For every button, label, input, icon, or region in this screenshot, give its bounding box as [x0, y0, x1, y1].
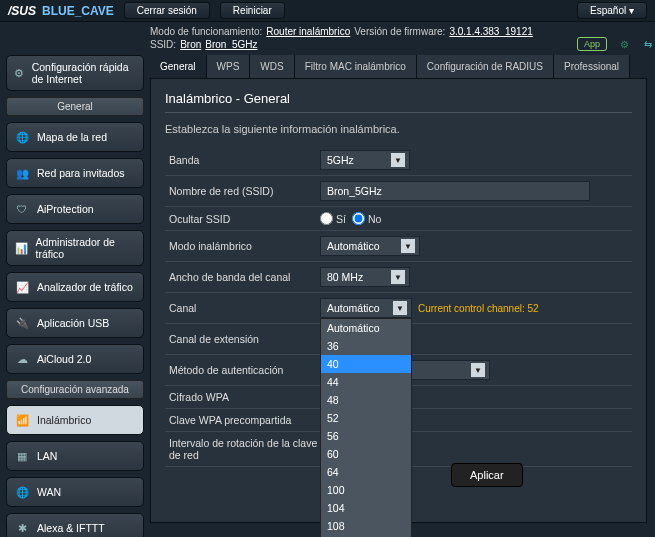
reboot-button[interactable]: Reiniciar [220, 2, 285, 19]
alexa-icon: ✱ [13, 519, 31, 537]
auth-label: Método de autenticación [165, 364, 320, 376]
mode-label: Modo inalámbrico [165, 240, 320, 252]
channel-select[interactable]: Automático▼ [320, 298, 412, 318]
page-title: Inalámbrico - General [165, 91, 632, 113]
people-icon: 👥 [13, 164, 31, 182]
mode-label: Modo de funcionamiento: [150, 26, 262, 37]
hide-no-radio[interactable]: No [352, 212, 381, 225]
chevron-down-icon: ▼ [401, 239, 415, 253]
tab-general[interactable]: General [150, 55, 207, 78]
wpa-enc-label: Cifrado WPA [165, 391, 320, 403]
sidebar-wireless[interactable]: 📶Inalámbrico [6, 405, 144, 435]
page-subtitle: Establezca la siguiente información inal… [165, 123, 632, 135]
meter-icon: 📊 [13, 239, 29, 257]
shield-icon: 🛡 [13, 200, 31, 218]
ssid-input[interactable] [320, 181, 590, 201]
lan-icon: ▦ [13, 447, 31, 465]
brand-logo: /SUS [8, 4, 36, 18]
mode-value[interactable]: Router inalámbrico [266, 26, 350, 37]
chevron-down-icon: ▼ [393, 301, 407, 315]
bandwidth-select[interactable]: 80 MHz▼ [320, 267, 410, 287]
language-button[interactable]: Español ▾ [577, 2, 647, 19]
tab-professional[interactable]: Professional [554, 55, 630, 78]
apply-button[interactable]: Aplicar [451, 463, 523, 487]
cloud-icon: ☁ [13, 350, 31, 368]
channel-dropdown[interactable]: Automático3640444852566064100104108112 [320, 318, 412, 537]
connection-icon[interactable]: ⇆ [641, 37, 655, 51]
logout-button[interactable]: Cerrar sesión [124, 2, 210, 19]
channel-option[interactable]: 56 [321, 427, 411, 445]
channel-hint: Current control channel: 52 [418, 303, 539, 314]
tab-wps[interactable]: WPS [207, 55, 251, 78]
channel-option[interactable]: 60 [321, 445, 411, 463]
sidebar-quick-setup[interactable]: ⚙ Configuración rápida de Internet [6, 55, 144, 91]
model-name: BLUE_CAVE [42, 4, 114, 18]
sidebar-advanced-head: Configuración avanzada [6, 380, 144, 399]
fw-value[interactable]: 3.0.1.4.383_19121 [449, 26, 532, 37]
psk-label: Clave WPA precompartida [165, 414, 320, 426]
sidebar-usb-app[interactable]: 🔌Aplicación USB [6, 308, 144, 338]
fw-label: Versión de firmware: [354, 26, 445, 37]
sidebar-wan[interactable]: 🌐WAN [6, 477, 144, 507]
sidebar-network-map[interactable]: 🌐Mapa de la red [6, 122, 144, 152]
channel-option[interactable]: 40 [321, 355, 411, 373]
channel-option[interactable]: 48 [321, 391, 411, 409]
tab-radius[interactable]: Configuración de RADIUS [417, 55, 554, 78]
chevron-down-icon: ▼ [471, 363, 485, 377]
band-select[interactable]: 5GHz▼ [320, 150, 410, 170]
ext-channel-label: Canal de extensión [165, 333, 320, 345]
usb-icon: 🔌 [13, 314, 31, 332]
mode-select[interactable]: Automático▼ [320, 236, 420, 256]
hide-ssid-label: Ocultar SSID [165, 213, 320, 225]
sidebar-traffic-analyzer[interactable]: 📈Analizador de tráfico [6, 272, 144, 302]
channel-option[interactable]: 36 [321, 337, 411, 355]
channel-label: Canal [165, 302, 320, 314]
app-badge[interactable]: App [577, 37, 607, 51]
channel-option[interactable]: 100 [321, 481, 411, 499]
tab-wds[interactable]: WDS [250, 55, 294, 78]
channel-option[interactable]: 52 [321, 409, 411, 427]
chart-icon: 📈 [13, 278, 31, 296]
ssid1-value[interactable]: Bron [180, 39, 201, 50]
sidebar-guest-network[interactable]: 👥Red para invitados [6, 158, 144, 188]
globe-icon: 🌐 [13, 128, 31, 146]
usb-icon[interactable]: ⚙ [617, 37, 631, 51]
chevron-down-icon: ▼ [391, 153, 405, 167]
channel-option[interactable]: Automático [321, 319, 411, 337]
channel-option[interactable]: 104 [321, 499, 411, 517]
wan-icon: 🌐 [13, 483, 31, 501]
key-rotation-label: Intervalo de rotación de la clave de red [165, 437, 320, 461]
sidebar-general-head: General [6, 97, 144, 116]
channel-option[interactable]: 44 [321, 373, 411, 391]
bandwidth-label: Ancho de banda del canal [165, 271, 320, 283]
hide-yes-radio[interactable]: Sí [320, 212, 346, 225]
channel-option[interactable]: 64 [321, 463, 411, 481]
sidebar-lan[interactable]: ▦LAN [6, 441, 144, 471]
sidebar-aiprotection[interactable]: 🛡AiProtection [6, 194, 144, 224]
sidebar-aicloud[interactable]: ☁AiCloud 2.0 [6, 344, 144, 374]
channel-option[interactable]: 108 [321, 517, 411, 535]
chevron-down-icon: ▼ [391, 270, 405, 284]
ssid-label: SSID: [150, 39, 176, 50]
wifi-icon: 📶 [13, 411, 31, 429]
sidebar-alexa-ifttt[interactable]: ✱Alexa & IFTTT [6, 513, 144, 537]
gear-icon: ⚙ [13, 64, 26, 82]
ssid2-value[interactable]: Bron_5GHz [205, 39, 257, 50]
sidebar-traffic-manager[interactable]: 📊Administrador de tráfico [6, 230, 144, 266]
band-label: Banda [165, 154, 320, 166]
ssid-label: Nombre de red (SSID) [165, 185, 320, 197]
tab-mac-filter[interactable]: Filtro MAC inalámbrico [295, 55, 417, 78]
